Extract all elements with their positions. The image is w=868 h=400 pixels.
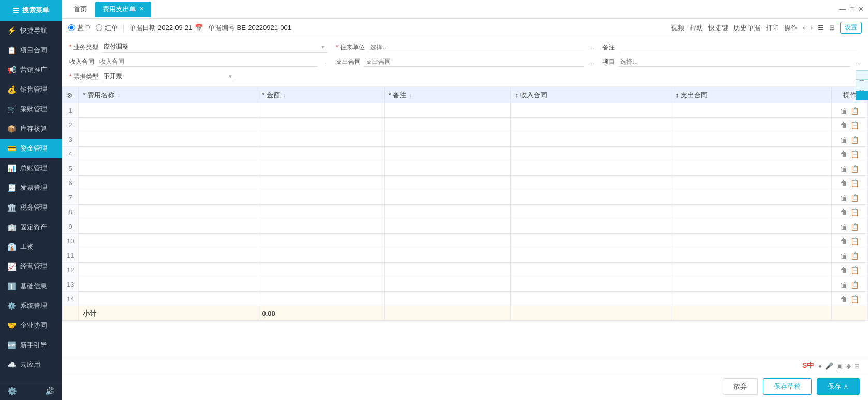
cell-expense-name[interactable] [79, 248, 258, 263]
cell-expense-contract[interactable] [671, 103, 831, 118]
copy-row-icon[interactable]: 📋 [850, 266, 859, 274]
cell-expense-contract[interactable] [671, 263, 831, 277]
cell-income-contract[interactable] [510, 219, 671, 234]
tab-home[interactable]: 首页 [66, 2, 94, 17]
cell-amount[interactable] [258, 161, 384, 176]
cell-amount[interactable] [258, 132, 384, 147]
sidebar-item-fund-mgmt[interactable]: 💳 资金管理 [0, 139, 62, 158]
cell-remark[interactable] [384, 161, 510, 176]
sidebar-item-invoice-mgmt[interactable]: 🧾 发票管理 [0, 178, 62, 198]
red-radio[interactable] [96, 24, 102, 31]
cell-remark[interactable] [384, 118, 510, 132]
cell-expense-name[interactable] [79, 161, 258, 176]
operation-btn[interactable]: 操作 [784, 23, 798, 33]
nav-next[interactable]: › [811, 24, 813, 32]
copy-row-icon[interactable]: 📋 [850, 223, 859, 231]
sidebar-item-ops-mgmt[interactable]: 📈 经营管理 [0, 257, 62, 276]
sidebar-item-quick-nav[interactable]: ⚡ 快捷导航 [0, 21, 62, 40]
sidebar-item-cloud-apps[interactable]: ☁️ 云应用 [0, 355, 62, 375]
remark-input[interactable] [618, 42, 861, 52]
cell-amount[interactable] [258, 263, 384, 277]
minimize-button[interactable]: — [839, 5, 846, 13]
cell-expense-contract[interactable] [671, 205, 831, 219]
project-input[interactable] [618, 57, 850, 67]
cell-income-contract[interactable] [510, 248, 671, 263]
cell-amount[interactable] [258, 219, 384, 234]
sidebar-item-inventory[interactable]: 📦 库存核算 [0, 119, 62, 139]
radio-blue[interactable]: 蓝单 [68, 23, 91, 33]
delete-row-icon[interactable]: 🗑 [840, 280, 847, 289]
delete-row-icon[interactable]: 🗑 [840, 295, 847, 303]
apps-icon[interactable]: ⊞ [854, 362, 860, 370]
sidebar-search[interactable]: ☰ 搜索菜单 [0, 0, 62, 21]
sidebar-item-corp-collab[interactable]: 🤝 企业协同 [0, 316, 62, 335]
cell-amount[interactable] [258, 292, 384, 306]
history-btn[interactable]: 历史单据 [733, 23, 760, 33]
sidebar-item-tax-mgmt[interactable]: 🏛️ 税务管理 [0, 198, 62, 217]
cell-expense-name[interactable] [79, 118, 258, 132]
delete-row-icon[interactable]: 🗑 [840, 208, 847, 216]
delete-row-icon[interactable]: 🗑 [840, 136, 847, 144]
delete-row-icon[interactable]: 🗑 [840, 179, 847, 187]
screen-icon[interactable]: ▣ [836, 362, 843, 370]
settings-icon[interactable]: ⚙️ [7, 387, 17, 396]
grid-view-icon[interactable]: ⊞ [829, 24, 835, 32]
copy-row-icon[interactable]: 📋 [850, 208, 859, 216]
cell-expense-contract[interactable] [671, 176, 831, 190]
cell-remark[interactable] [384, 190, 510, 205]
save-draft-button[interactable]: 保存草稿 [763, 378, 812, 395]
help-btn[interactable]: 帮助 [689, 23, 703, 33]
cell-income-contract[interactable] [510, 147, 671, 161]
diamond-icon[interactable]: ♦ [818, 362, 822, 370]
cell-income-contract[interactable] [510, 234, 671, 248]
mic-icon[interactable]: 🎤 [825, 362, 833, 370]
cell-remark[interactable] [384, 205, 510, 219]
blue-radio[interactable] [68, 24, 75, 31]
cell-expense-name[interactable] [79, 277, 258, 292]
cell-amount[interactable] [258, 103, 384, 118]
cell-income-contract[interactable] [510, 292, 671, 306]
tab-close-expense[interactable]: ✕ [139, 6, 144, 12]
discard-button[interactable]: 放弃 [723, 378, 758, 395]
partner-input[interactable] [368, 42, 584, 52]
sidebar-item-marketing[interactable]: 📢 营销推广 [0, 60, 62, 80]
copy-row-icon[interactable]: 📋 [850, 136, 859, 144]
cell-income-contract[interactable] [510, 118, 671, 132]
cell-income-contract[interactable] [510, 205, 671, 219]
copy-row-icon[interactable]: 📋 [850, 107, 859, 115]
cell-income-contract[interactable] [510, 190, 671, 205]
cell-expense-name[interactable] [79, 292, 258, 306]
delete-row-icon[interactable]: 🗑 [840, 237, 847, 245]
th-settings[interactable]: ⚙ [63, 87, 79, 103]
cell-expense-contract[interactable] [671, 234, 831, 248]
cell-expense-name[interactable] [79, 219, 258, 234]
sort-expense-name[interactable]: ↕ [117, 93, 120, 98]
copy-row-icon[interactable]: 📋 [850, 237, 859, 245]
list-view-icon[interactable]: ☰ [818, 24, 824, 32]
cell-amount[interactable] [258, 147, 384, 161]
cell-expense-contract[interactable] [671, 292, 831, 306]
cell-expense-name[interactable] [79, 263, 258, 277]
delete-row-icon[interactable]: 🗑 [840, 150, 847, 158]
delete-row-icon[interactable]: 🗑 [840, 194, 847, 202]
cell-remark[interactable] [384, 292, 510, 306]
cell-remark[interactable] [384, 263, 510, 277]
right-tab-chat[interactable]: 沟通 [856, 91, 868, 100]
right-tab-notes[interactable]: 附件 [856, 70, 868, 80]
cell-remark[interactable] [384, 132, 510, 147]
cell-amount[interactable] [258, 118, 384, 132]
income-ellipsis[interactable]: ... [322, 58, 328, 66]
sidebar-item-project-contract[interactable]: 📋 项目合同 [0, 40, 62, 60]
delete-row-icon[interactable]: 🗑 [840, 266, 847, 274]
cell-amount[interactable] [258, 176, 384, 190]
copy-row-icon[interactable]: 📋 [850, 194, 859, 202]
cell-remark[interactable] [384, 277, 510, 292]
delete-row-icon[interactable]: 🗑 [840, 165, 847, 173]
cell-amount[interactable] [258, 277, 384, 292]
cell-remark[interactable] [384, 219, 510, 234]
cell-income-contract[interactable] [510, 161, 671, 176]
cell-expense-contract[interactable] [671, 190, 831, 205]
blue-label[interactable]: 蓝单 [77, 23, 91, 33]
shortcut-btn[interactable]: 快捷键 [708, 23, 728, 33]
copy-row-icon[interactable]: 📋 [850, 295, 859, 303]
